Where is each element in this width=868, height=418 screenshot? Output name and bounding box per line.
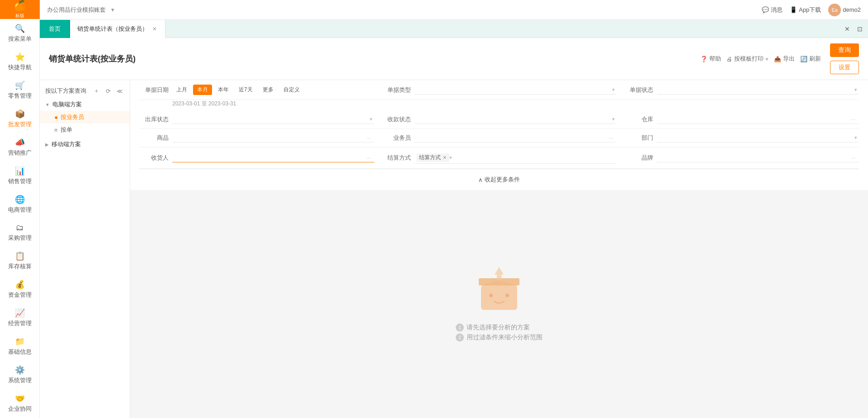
inventory-icon: 📋 [15, 251, 25, 261]
warehouse-filter-item: 仓库 ··· [624, 115, 859, 124]
user-profile[interactable]: Ea demo2 [828, 4, 861, 16]
tab-home[interactable]: 首页 [40, 20, 70, 38]
sidebar-item-search[interactable]: 🔍 搜索菜单 [0, 19, 40, 48]
sidebar-item-quicknav[interactable]: ⭐ 快捷导航 [0, 48, 40, 76]
tree-item-salesman-icon: ● [54, 114, 58, 121]
marketing-icon: 📣 [15, 138, 25, 147]
settlement-dropdown-icon: ▾ [449, 155, 452, 161]
refresh-icon: 🔄 [800, 56, 807, 62]
doc-status-field[interactable]: ▾ [657, 86, 859, 95]
body-layout: 按以下方案查询 ＋ ⟳ ≪ ▼ 电脑端方案 ● 按业务员 [40, 80, 868, 418]
date-btn-this-month[interactable]: 本月 [193, 85, 212, 95]
sidebar-item-marketing[interactable]: 📣 营销推广 [0, 133, 40, 162]
add-scheme-btn[interactable]: ＋ [92, 86, 101, 95]
logo-icon: 🍊 [14, 0, 26, 12]
brand-dots-btn[interactable]: ··· [849, 155, 857, 161]
window-close-btn[interactable]: ✕ [843, 24, 852, 33]
print-btn[interactable]: 🖨 按模板打印 ▾ [726, 55, 769, 63]
data-area: 1 请先选择要分析的方案 2 用过滤条件来缩小分析范围 [130, 190, 868, 418]
doc-type-field[interactable]: ▾ [415, 86, 617, 95]
date-btn-custom[interactable]: 自定义 [279, 85, 304, 95]
receive-status-dropdown-icon: ▾ [612, 116, 615, 122]
empty-illustration [467, 265, 531, 314]
receive-status-field[interactable]: ▾ [415, 115, 617, 124]
topbar: 办公用品行业模拟账套 ▾ 💬 消息 📱 App下载 Ea demo2 [40, 0, 868, 20]
date-buttons: 上月 本月 本年 近7天 更多 自定义 [172, 85, 374, 95]
empty-state: 1 请先选择要分析的方案 2 用过滤条件来缩小分析范围 [456, 265, 542, 343]
enterprise-icon: 🤝 [15, 394, 25, 404]
out-status-field[interactable]: ▾ [172, 115, 374, 124]
date-btn-this-year[interactable]: 本年 [214, 85, 233, 95]
app-name: 办公用品行业模拟账套 [47, 6, 106, 14]
retail-icon: 🛒 [15, 81, 25, 90]
warehouse-dots-btn[interactable]: ··· [849, 117, 857, 122]
goods-field[interactable]: ··· [172, 134, 374, 142]
out-status-label: 出库状态 [139, 115, 169, 124]
dept-field[interactable]: ▾ [657, 133, 859, 142]
settlement-field[interactable]: 结算方式 ✕ ▾ [415, 152, 617, 164]
sidebar-item-purchase[interactable]: 🗂 采购管理 [0, 218, 40, 247]
date-btn-7days[interactable]: 近7天 [235, 85, 257, 95]
export-btn[interactable]: 📤 导出 [774, 55, 795, 63]
tab-close-btn[interactable]: ✕ [151, 25, 158, 33]
warehouse-label: 仓库 [624, 115, 653, 124]
sidebar-item-operation[interactable]: 📈 经营管理 [0, 304, 40, 332]
print-icon: 🖨 [726, 56, 732, 62]
settlement-tag-close[interactable]: ✕ [443, 155, 447, 161]
svg-rect-0 [481, 285, 517, 310]
sidebar-item-ecommerce[interactable]: 🌐 电商管理 [0, 190, 40, 218]
sales-icon: 📊 [15, 166, 25, 176]
tree-item-salesman[interactable]: ● 按业务员 [40, 111, 130, 124]
salesman-filter-item: 业务员 ··· [382, 134, 617, 142]
salesman-dots-btn[interactable]: ··· [607, 135, 615, 141]
app-download-btn[interactable]: 📱 App下载 [790, 6, 821, 14]
consignee-label: 收货人 [139, 154, 169, 162]
export-icon: 📤 [774, 56, 781, 62]
window-maximize-btn[interactable]: ⊡ [855, 24, 864, 33]
message-icon: 💬 [762, 6, 769, 13]
collapse-panel-btn[interactable]: ≪ [115, 86, 124, 95]
goods-dots-btn[interactable]: ··· [365, 135, 373, 141]
tree-group-mobile[interactable]: ▶ 移动端方案 [40, 138, 130, 151]
refresh-scheme-btn[interactable]: ⟳ [104, 86, 113, 95]
consignee-dots-btn[interactable]: ··· [365, 155, 373, 161]
brand-field[interactable]: ··· [657, 154, 859, 162]
app-dropdown-icon[interactable]: ▾ [111, 6, 114, 13]
settings-button[interactable]: 设置 [830, 61, 859, 74]
filter-row-1: 单据日期 上月 本月 本年 近7天 更多 自定义 [139, 80, 859, 100]
message-btn[interactable]: 💬 消息 [762, 6, 783, 14]
doc-type-filter-item: 单据类型 ▾ [382, 86, 617, 95]
consignee-field[interactable]: ··· [172, 154, 374, 162]
collapse-btn[interactable]: ∧ 收起更多条件 [478, 173, 520, 186]
sidebar-item-system[interactable]: ⚙️ 系统管理 [0, 361, 40, 389]
sidebar-item-sales[interactable]: 📊 销售管理 [0, 162, 40, 190]
page-header: 销货单统计表(按业务员) ❓ 帮助 🖨 按模板打印 ▾ 📤 导出 🔄 刷新 [40, 38, 868, 80]
sidebar-logo[interactable]: 🍊 标版 [0, 0, 40, 19]
help-icon: ❓ [700, 56, 708, 62]
sidebar-item-enterprise[interactable]: 🤝 企业协同 [0, 389, 40, 418]
hint-num-1: 1 [456, 323, 464, 332]
date-label: 单据日期 [139, 86, 169, 94]
brand-label: 品牌 [624, 154, 653, 162]
sidebar-item-finance[interactable]: 💰 资金管理 [0, 275, 40, 304]
refresh-btn[interactable]: 🔄 刷新 [800, 55, 821, 63]
operation-icon: 📈 [15, 308, 25, 318]
sidebar-item-wholesale[interactable]: 📦 批发管理 [0, 104, 40, 133]
doc-status-dropdown-icon: ▾ [854, 87, 857, 93]
empty-svg-icon [467, 265, 531, 314]
salesman-field[interactable]: ··· [415, 134, 617, 142]
query-button[interactable]: 查询 [830, 43, 859, 57]
sidebar-item-inventory[interactable]: 📋 库存核算 [0, 247, 40, 275]
tree-item-order[interactable]: ≡ 按单 [40, 124, 130, 136]
tab-sales-stat[interactable]: 销货单统计表（按业务员） ✕ [70, 20, 165, 38]
date-btn-more[interactable]: 更多 [259, 85, 278, 95]
help-btn[interactable]: ❓ 帮助 [700, 55, 721, 63]
svg-marker-4 [495, 267, 504, 275]
date-btn-last-month[interactable]: 上月 [172, 85, 191, 95]
tree-group-desktop[interactable]: ▼ 电脑端方案 [40, 98, 130, 111]
sidebar-item-retail[interactable]: 🛒 零售管理 [0, 76, 40, 104]
collapse-icon: ∧ [478, 176, 483, 183]
sidebar-item-basic[interactable]: 📁 基础信息 [0, 332, 40, 361]
svg-point-7 [505, 294, 509, 297]
warehouse-field[interactable]: ··· [657, 115, 859, 124]
